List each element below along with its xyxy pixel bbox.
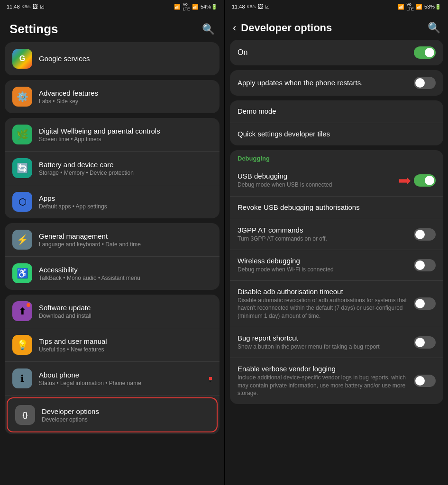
disable-adb-toggle[interactable] — [414, 297, 436, 310]
software-group: ⬆ Software update Download and install 💡… — [5, 295, 219, 434]
advanced-subtitle: Labs • Side key — [39, 98, 212, 105]
accessibility-title: Accessibility — [39, 266, 212, 274]
debugging-group: Debugging USB debugging Debug mode when … — [230, 150, 443, 404]
demo-quick-group: Demo mode Quick settings developer tiles — [230, 100, 443, 145]
general-title: General management — [39, 232, 212, 240]
accessibility-icon: ♿ — [12, 263, 32, 283]
on-label: On — [238, 48, 247, 57]
developer-icon: {} — [15, 405, 35, 425]
right-battery: 53%🔋 — [424, 4, 441, 10]
battery-icon: 🔄 — [12, 158, 32, 178]
about-red-dot: · — [209, 377, 212, 380]
apply-updates-group: Apply updates when the phone restarts. — [230, 70, 443, 96]
bug-subtitle: Show a button in the power menu for taki… — [238, 343, 408, 351]
left-content: G Google services ⚙️ Advanced features L… — [0, 42, 224, 485]
on-toggle-group: On — [230, 40, 443, 65]
right-time: 11:48 — [232, 4, 245, 9]
quick-settings-item[interactable]: Quick settings developer tiles — [230, 123, 443, 145]
wellbeing-subtitle: Screen time • App timers — [39, 136, 212, 143]
wireless-subtitle: Debug mode when Wi-Fi is connected — [238, 266, 408, 274]
left-status-time: 11:48 KB/s 🖼 ☑ — [7, 4, 45, 10]
wellbeing-group: 🌿 Digital Wellbeing and parental control… — [5, 118, 219, 218]
apply-updates-text: Apply updates when the phone restarts. — [238, 79, 408, 88]
right-header: ‹ Developer options 🔍 — [225, 13, 448, 40]
left-time: 11:48 — [7, 4, 20, 9]
demo-mode-item[interactable]: Demo mode — [230, 100, 443, 123]
right-status-right: 📶 VoLTE 📶 53%🔋 — [398, 2, 441, 11]
demo-text: Demo mode — [238, 107, 430, 116]
software-update-item[interactable]: ⬆ Software update Download and install — [5, 295, 219, 328]
general-item[interactable]: ⚡ General management Language and keyboa… — [5, 223, 219, 257]
usb-debugging-item[interactable]: USB debugging Debug mode when USB is con… — [230, 165, 443, 197]
bug-toggle[interactable] — [414, 336, 436, 349]
battery-subtitle: Storage • Memory • Device protection — [39, 170, 212, 176]
about-item[interactable]: ℹ About phone Status • Legal information… — [5, 362, 219, 395]
verbose-title: Enable verbose vendor logging — [238, 365, 408, 373]
3gpp-subtitle: Turn 3GPP AT commands on or off. — [238, 235, 408, 243]
left-check-icon: ☑ — [40, 4, 45, 10]
left-panel: 11:48 KB/s 🖼 ☑ 📶 VoLTE 📶 54%🔋 Settings 🔍… — [0, 0, 224, 485]
right-panel: 11:48 KB/s 🖼 ☑ 📶 VoLTE 📶 53%🔋 ‹ Develope… — [224, 0, 448, 485]
revoke-usb-item[interactable]: Revoke USB debugging authorisations — [230, 197, 443, 219]
verbose-toggle[interactable] — [414, 375, 436, 387]
dev-options-title: Developer options — [241, 22, 332, 34]
bug-report-item[interactable]: Bug report shortcut Show a button in the… — [230, 327, 443, 358]
tips-text: Tips and user manual Useful tips • New f… — [39, 337, 212, 353]
usb-arrow-icon: ➡ — [398, 171, 411, 189]
advanced-features-item[interactable]: ⚙️ Advanced features Labs • Side key — [5, 80, 219, 113]
software-text: Software update Download and install — [39, 304, 212, 319]
tips-item[interactable]: 💡 Tips and user manual Useful tips • New… — [5, 328, 219, 362]
back-button[interactable]: ‹ — [233, 22, 236, 34]
apply-updates-toggle[interactable] — [414, 77, 436, 89]
quick-text: Quick settings developer tiles — [238, 130, 430, 139]
right-signal-icon: 📶 — [416, 4, 422, 10]
tips-icon: 💡 — [12, 335, 32, 355]
right-header-left: ‹ Developer options — [233, 22, 332, 34]
apps-icon: ⬡ — [12, 192, 32, 212]
advanced-features-group: ⚙️ Advanced features Labs • Side key — [5, 80, 219, 113]
3gpp-toggle[interactable] — [414, 228, 436, 241]
left-header: Settings 🔍 — [0, 13, 224, 42]
usb-debugging-toggle[interactable] — [414, 174, 436, 187]
software-title: Software update — [39, 304, 212, 312]
on-toggle[interactable] — [414, 46, 436, 59]
disable-adb-title: Disable adb authorisation timeout — [238, 287, 408, 296]
about-icon: ℹ — [12, 368, 32, 388]
developer-item[interactable]: {} Developer options Developer options — [7, 397, 218, 432]
google-icon: G — [12, 49, 32, 69]
apps-item[interactable]: ⬡ Apps Default apps • App settings — [5, 185, 219, 218]
apps-title: Apps — [39, 194, 212, 202]
battery-item[interactable]: 🔄 Battery and device care Storage • Memo… — [5, 152, 219, 185]
usb-text: USB debugging Debug mode when USB is con… — [238, 172, 393, 189]
quick-title: Quick settings developer tiles — [238, 130, 430, 138]
revoke-text: Revoke USB debugging authorisations — [238, 203, 430, 212]
wireless-toggle[interactable] — [414, 259, 436, 271]
dev-search-icon[interactable]: 🔍 — [428, 22, 440, 34]
wellbeing-item[interactable]: 🌿 Digital Wellbeing and parental control… — [5, 118, 219, 152]
3gpp-item[interactable]: 3GPP AT commands Turn 3GPP AT commands o… — [230, 219, 443, 250]
left-status-right: 📶 VoLTE 📶 54%🔋 — [174, 2, 218, 11]
settings-search-icon[interactable]: 🔍 — [202, 23, 215, 36]
wellbeing-text: Digital Wellbeing and parental controls … — [39, 127, 212, 143]
apply-updates-item[interactable]: Apply updates when the phone restarts. — [230, 70, 443, 96]
battery-text: Battery and device care Storage • Memory… — [39, 161, 212, 176]
accessibility-item[interactable]: ♿ Accessibility TalkBack • Mono audio • … — [5, 257, 219, 290]
google-services-item[interactable]: G Google services — [5, 42, 219, 75]
disable-adb-item[interactable]: Disable adb authorisation timeout Disabl… — [230, 281, 443, 327]
about-title: About phone — [39, 371, 209, 379]
bug-title: Bug report shortcut — [238, 334, 408, 342]
tips-title: Tips and user manual — [39, 337, 212, 345]
accessibility-text: Accessibility TalkBack • Mono audio • As… — [39, 266, 212, 281]
general-group: ⚡ General management Language and keyboa… — [5, 223, 219, 290]
general-icon: ⚡ — [12, 230, 32, 250]
settings-title: Settings — [9, 22, 58, 36]
accessibility-subtitle: TalkBack • Mono audio • Assistant menu — [39, 275, 212, 281]
disable-adb-subtitle: Disable automatic revocation of adb auth… — [238, 296, 408, 320]
left-status-bar: 11:48 KB/s 🖼 ☑ 📶 VoLTE 📶 54%🔋 — [0, 0, 224, 13]
verbose-item[interactable]: Enable verbose vendor logging Include ad… — [230, 358, 443, 404]
wellbeing-icon: 🌿 — [12, 125, 32, 144]
wireless-debug-item[interactable]: Wireless debugging Debug mode when Wi-Fi… — [230, 250, 443, 281]
software-icon: ⬆ — [12, 301, 32, 321]
developer-text: Developer options Developer options — [42, 407, 209, 423]
demo-title: Demo mode — [238, 107, 430, 115]
